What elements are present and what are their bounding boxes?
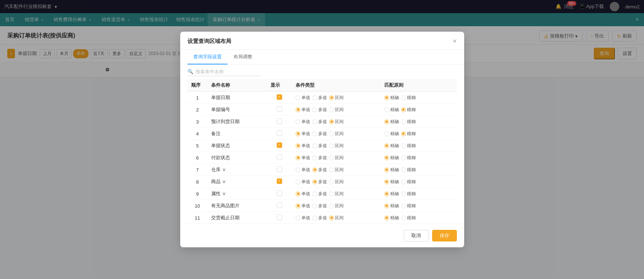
dialog-tab-layout[interactable]: 布局调整 — [228, 50, 258, 64]
search-input-wrap: 🔍 — [187, 69, 260, 76]
dialog-title: 设置查询区域布局 — [187, 38, 231, 45]
dialog-close-btn[interactable]: × — [453, 38, 457, 45]
search-box-area: 🔍 — [180, 64, 464, 77]
search-input[interactable] — [195, 69, 257, 74]
dialog-tab-query-fields[interactable]: 查询字段设置 — [187, 50, 228, 64]
modal-overlay: 设置查询区域布局 × 查询字段设置 布局调整 🔍 顺序 — [0, 0, 644, 77]
dialog-tabs: 查询字段设置 布局调整 — [180, 50, 464, 64]
settings-dialog: 设置查询区域布局 × 查询字段设置 布局调整 🔍 顺序 — [180, 32, 464, 77]
search-icon: 🔍 — [187, 69, 193, 74]
dialog-header: 设置查询区域布局 × — [180, 32, 464, 50]
dialog-body: 🔍 顺序 条件名称 显示 条件类型 匹配原则 — [180, 64, 464, 77]
